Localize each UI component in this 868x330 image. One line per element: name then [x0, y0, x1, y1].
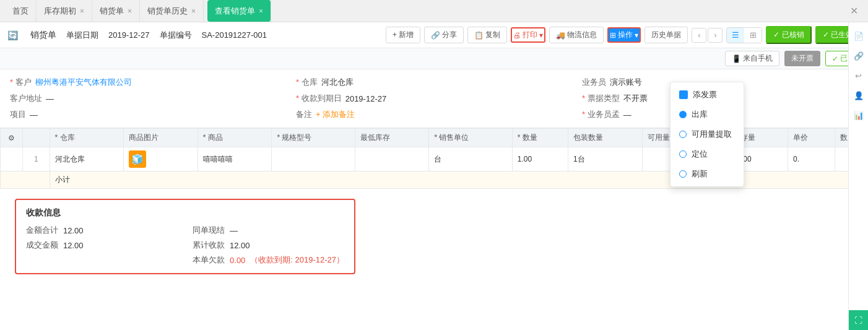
- deal-amount-value: 12.00: [63, 241, 84, 250]
- subtotal-label: 小计: [50, 172, 867, 189]
- view-toggle: ☰ ⊞: [726, 27, 762, 43]
- total-amount-row: 金额合计 12.00: [26, 225, 178, 236]
- tab-sales-label: 销货单: [100, 6, 124, 17]
- from-phone-label: 来自手机: [743, 53, 773, 64]
- num-label: 单据编号: [160, 30, 192, 41]
- from-phone-button[interactable]: 📱 来自手机: [725, 51, 779, 66]
- toolbar-actions: + 新增 🔗 分享 📋 复制 🖨 打印 ▾ 🚚: [386, 26, 861, 44]
- menu-locate[interactable]: 定位: [671, 144, 744, 164]
- outbound-icon: [679, 111, 687, 118]
- tab-sales-history-label: 销货单历史: [147, 6, 188, 17]
- ticket-value: 不开票: [623, 93, 648, 104]
- menu-outbound[interactable]: 出库: [671, 105, 744, 124]
- tab-bar: 首页 库存期初 × 销货单 × 销货单历史 × 查看销货单 × ✕: [0, 0, 868, 22]
- operate-icon: ⊞: [610, 31, 616, 40]
- payment-date-label: 收款到期日: [296, 93, 342, 104]
- balance-label: 本单欠款: [193, 254, 225, 266]
- tab-inventory[interactable]: 库存期初 ×: [37, 0, 92, 22]
- doc-meta: 单据日期 2019-12-27 单据编号 SA-20191227-001: [66, 30, 267, 41]
- same-order-label: 同单现结: [193, 225, 225, 236]
- col-pkg-qty: 包装数量: [568, 129, 642, 147]
- locate-label: 定位: [692, 149, 708, 160]
- col-unit: * 销售单位: [429, 129, 512, 147]
- product-image: 🧊: [129, 150, 146, 168]
- warehouse-value: 河北仓库: [321, 77, 354, 88]
- copy-button[interactable]: 📋 复制: [467, 27, 507, 43]
- customer-value[interactable]: 柳州粤港平安气体有限公司: [35, 77, 132, 88]
- col-qty: * 数量: [512, 129, 568, 147]
- col-warehouse: * 仓库: [50, 129, 124, 147]
- tab-inventory-close[interactable]: ×: [80, 7, 84, 15]
- operate-button[interactable]: ⊞ 操作 ▾: [607, 27, 641, 43]
- prev-button[interactable]: ‹: [692, 28, 706, 43]
- row-min-stock: [355, 147, 429, 172]
- print-label: 打印: [523, 30, 537, 40]
- tab-home[interactable]: 首页: [5, 0, 37, 22]
- warehouse-row: 仓库 河北仓库: [296, 77, 572, 88]
- tab-sales[interactable]: 销货单 ×: [92, 0, 140, 22]
- avail-extract-icon: [679, 131, 687, 138]
- payment-col-right: 同单现结 — 累计收款 12.00 本单欠款 0.00 （收款到期: 2019-…: [193, 225, 344, 266]
- sales-staff-value: —: [623, 110, 631, 119]
- operate-dropdown-icon: ▾: [635, 31, 638, 40]
- col-img: 商品图片: [124, 129, 198, 147]
- warehouse-label: 仓库: [296, 77, 318, 88]
- note-add-button[interactable]: + 添加备注: [316, 109, 355, 120]
- payment-section: 收款信息 金额合计 12.00 成交金额 12.00: [15, 199, 355, 274]
- copy-label: 复制: [485, 30, 500, 40]
- menu-avail-extract[interactable]: 可用量提取: [671, 124, 744, 144]
- doc-icon: 🔄: [7, 30, 18, 40]
- row-price: 0.: [788, 147, 835, 172]
- note-row: 备注 + 添加备注: [296, 109, 572, 120]
- same-order-row: 同单现结 —: [193, 225, 344, 236]
- refresh-label: 刷新: [692, 168, 708, 180]
- new-button[interactable]: + 新增: [386, 27, 420, 43]
- row-settings[interactable]: [1, 147, 23, 172]
- check-icon: ✓: [832, 54, 838, 63]
- logistics-button[interactable]: 🚚 物流信息: [549, 27, 604, 43]
- tab-sales-history-close[interactable]: ×: [191, 7, 196, 15]
- sidebar-user-icon[interactable]: 👤: [850, 87, 867, 104]
- next-button[interactable]: ›: [708, 28, 723, 43]
- col-spec: * 规格型号: [272, 129, 355, 147]
- sidebar-return-icon[interactable]: ↩: [850, 67, 867, 84]
- sidebar-doc-icon[interactable]: 📄: [850, 27, 867, 45]
- doc-title: 销货单: [30, 30, 56, 41]
- share-button[interactable]: 🔗 分享: [424, 27, 464, 43]
- dropdown-menu: 添发票 出库 可用量提取 定位 刷新: [670, 82, 744, 187]
- tab-view-sales-close[interactable]: ×: [259, 7, 263, 15]
- logistics-label: 物流信息: [567, 30, 597, 40]
- sidebar-link-icon[interactable]: 🔗: [850, 47, 867, 64]
- print-button[interactable]: 🖨 打印 ▾: [511, 27, 545, 43]
- list-view-button[interactable]: ☰: [727, 28, 744, 43]
- menu-refresh[interactable]: 刷新: [671, 164, 744, 184]
- address-row: 客户地址 —: [10, 93, 286, 104]
- sidebar-expand-icon[interactable]: ⛶: [849, 310, 869, 330]
- ticket-label: 票据类型: [582, 93, 620, 104]
- col-min-stock: 最低库存: [355, 129, 429, 147]
- customer-row: 客户 柳州粤港平安气体有限公司: [10, 77, 286, 88]
- total-amount-value: 12.00: [63, 226, 84, 235]
- deal-amount-label: 成交金额: [26, 240, 58, 251]
- phone-icon: 📱: [732, 54, 741, 63]
- not-open-button[interactable]: 未开票: [784, 51, 820, 66]
- menu-add-invoice[interactable]: 添发票: [671, 85, 744, 105]
- customer-label: 客户: [10, 77, 32, 88]
- col-settings[interactable]: ⚙: [1, 129, 23, 147]
- outbound-label: 出库: [692, 109, 708, 120]
- staff-value: 演示账号: [610, 77, 642, 88]
- history-button[interactable]: 历史单据: [644, 27, 688, 43]
- tab-sales-close[interactable]: ×: [128, 7, 132, 15]
- sidebar-chart-icon[interactable]: 📊: [850, 106, 867, 124]
- doc-info: 🔄 销货单 单据日期 2019-12-27 单据编号 SA-20191227-0…: [7, 30, 381, 41]
- tab-sales-history[interactable]: 销货单历史 ×: [140, 0, 204, 22]
- total-amount-label: 金额合计: [26, 225, 58, 236]
- payment-col-left: 金额合计 12.00 成交金额 12.00: [26, 225, 178, 266]
- date-value: 2019-12-27: [108, 30, 150, 40]
- address-label: 客户地址: [10, 93, 42, 104]
- grid-view-button[interactable]: ⊞: [744, 28, 762, 43]
- window-close-button[interactable]: ✕: [845, 3, 863, 19]
- cancelled-button[interactable]: ✓ 已核销: [766, 26, 811, 44]
- tab-view-sales[interactable]: 查看销货单 ×: [207, 0, 271, 22]
- tab-home-label: 首页: [12, 6, 28, 17]
